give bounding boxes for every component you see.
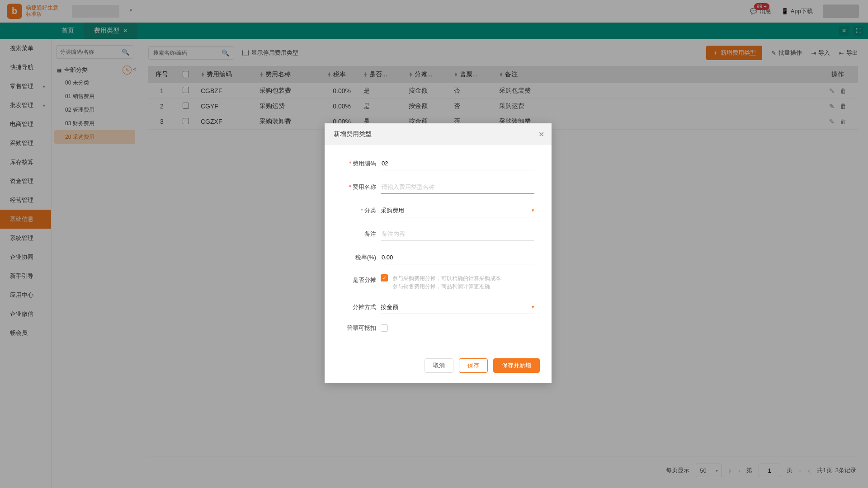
tax-rate-input[interactable] xyxy=(381,251,534,264)
remark-input[interactable] xyxy=(381,227,534,241)
close-icon[interactable]: ✕ xyxy=(538,130,544,139)
ticket-deduct-checkbox[interactable] xyxy=(381,324,388,332)
fee-name-input[interactable] xyxy=(381,180,534,194)
cancel-button[interactable]: 取消 xyxy=(425,358,453,373)
allocation-checkbox[interactable]: ✓ xyxy=(381,274,388,282)
save-button[interactable]: 保存 xyxy=(459,358,488,373)
allocation-method-select[interactable]: 按金额▾ xyxy=(381,300,534,314)
allocation-hint: 参与采购费用分摊，可以精确的计算采购成本 参与销售费用分摊，商品利润计算更准确 xyxy=(392,274,501,291)
save-and-new-button[interactable]: 保存并新增 xyxy=(493,358,540,373)
modal-header: 新增费用类型 ✕ xyxy=(325,123,552,145)
category-select[interactable]: 采购费用▾ xyxy=(381,204,534,217)
add-fee-type-modal: 新增费用类型 ✕ *费用编码 *费用名称 *分类 采购费用▾ 备注 税率(%) … xyxy=(325,123,552,383)
fee-code-input[interactable] xyxy=(381,157,534,170)
chevron-down-icon: ▾ xyxy=(532,207,534,213)
chevron-down-icon: ▾ xyxy=(532,304,534,310)
